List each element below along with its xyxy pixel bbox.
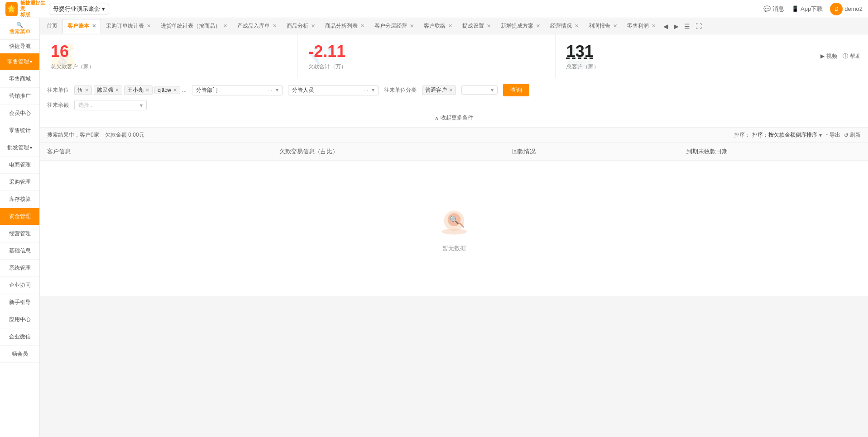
- unit-type-select[interactable]: ▾: [461, 86, 498, 95]
- chevron-down-icon: ▾: [30, 59, 32, 64]
- sidebar-item-retail-mall[interactable]: 零售商城: [0, 71, 39, 88]
- sidebar-item-finance[interactable]: 资金管理: [0, 208, 39, 225]
- tab-nav-prev[interactable]: ◀: [661, 21, 671, 32]
- tab-goods-receipt-stats[interactable]: 进货单统计表（按商品） ✕: [156, 19, 232, 33]
- sidebar-item-inventory[interactable]: 库存核算: [0, 191, 39, 208]
- brand-selector[interactable]: 母婴行业演示账套 ▾: [49, 4, 109, 14]
- sidebar-item-member-center[interactable]: 会员中心: [0, 105, 39, 122]
- stat-value-debt: -2.11: [308, 42, 544, 61]
- tab-home[interactable]: 首页: [42, 19, 62, 33]
- person-arrow-icon: ▾: [372, 87, 374, 93]
- top-bar-left: 🌟 畅捷通好生意 标版 母婴行业演示账套 ▾: [5, 0, 109, 18]
- export-btn[interactable]: ↑ 导出: [825, 131, 840, 139]
- sidebar-item-app-center[interactable]: 应用中心: [0, 311, 39, 328]
- tab-nav-menu[interactable]: ☰: [681, 21, 693, 32]
- tab-product-analysis[interactable]: 商品分析 ✕: [282, 19, 320, 33]
- stat-value-customers: 16: [51, 42, 286, 61]
- tab-close-icon[interactable]: ✕: [410, 23, 414, 29]
- tab-close-icon[interactable]: ✕: [147, 23, 151, 29]
- search-icon: 🔍: [16, 22, 23, 28]
- balance-filter[interactable]: 选择... ▾: [74, 100, 147, 110]
- tab-close-icon[interactable]: ✕: [575, 23, 579, 29]
- tab-close-icon[interactable]: ✕: [613, 23, 617, 29]
- sidebar-item-ecommerce[interactable]: 电商管理: [0, 157, 39, 174]
- sidebar-item-system[interactable]: 系统管理: [0, 260, 39, 277]
- query-button[interactable]: 查询: [503, 84, 529, 96]
- tab-business-status[interactable]: 经营情况 ✕: [545, 19, 584, 33]
- tab-bar: 首页 客户账本 ✕ 采购订单统计表 ✕ 进货单统计表（按商品） ✕ 产成品入库单…: [40, 18, 868, 34]
- col-debt-info: 欠款交易信息（占比）: [279, 147, 512, 156]
- sidebar-item-purchase[interactable]: 采购管理: [0, 174, 39, 191]
- app-download-btn[interactable]: 📱 App下载: [791, 5, 823, 13]
- help-btn[interactable]: ⓘ 帮助: [843, 52, 861, 60]
- unit-type-arrow-icon: ▾: [491, 87, 494, 93]
- sidebar-item-wholesale[interactable]: 批发管理 ▾: [0, 139, 39, 157]
- collapse-btn[interactable]: ∧ 收起更多条件: [435, 114, 473, 122]
- main-layout: 🔍 搜索菜单 快捷导航 零售管理 ▾ 零售商城 营销推广 会员中心 零售统计: [0, 18, 868, 437]
- result-actions: 排序： 排序：按欠款金额倒序排序 ▾ ↑ 导出 ↺ 刷新: [734, 131, 861, 139]
- tab-close-icon[interactable]: ✕: [487, 23, 491, 29]
- refresh-btn[interactable]: ↺ 刷新: [844, 131, 861, 139]
- sidebar-item-retail-stats[interactable]: 零售统计: [0, 122, 39, 139]
- tab-product-analysis-list[interactable]: 商品分析列表 ✕: [320, 19, 369, 33]
- sidebar-item-enterprise-collab[interactable]: 企业协同: [0, 277, 39, 294]
- message-btn[interactable]: 💬 消息: [763, 5, 784, 13]
- remove-tag-wu[interactable]: ✕: [85, 87, 89, 93]
- result-sort[interactable]: 排序： 排序：按欠款金额倒序排序 ▾: [734, 131, 822, 139]
- sidebar-item-enterprise-wechat[interactable]: 企业微信: [0, 328, 39, 346]
- dept-arrow-icon: ▾: [276, 87, 278, 93]
- tab-customer-ledger[interactable]: 客户账本 ✕: [62, 19, 101, 33]
- sidebar-item-newcomer[interactable]: 新手引导: [0, 294, 39, 311]
- sidebar-search[interactable]: 🔍 搜索菜单: [0, 18, 39, 40]
- remove-tag-common[interactable]: ✕: [449, 87, 453, 93]
- tab-close-icon[interactable]: ✕: [652, 23, 656, 29]
- tab-product-inbound[interactable]: 产成品入库单 ✕: [232, 19, 282, 33]
- user-profile[interactable]: D demo2: [830, 3, 863, 15]
- tab-close-icon[interactable]: ✕: [92, 23, 96, 29]
- unit-type-filter-label: 往来单位分类: [384, 86, 417, 94]
- stat-card-total-debt: 💎 -2.11 欠款合计（万）: [297, 34, 555, 78]
- tab-customer-tier[interactable]: 客户分层经营 ✕: [369, 19, 419, 33]
- tab-retail-profit[interactable]: 零售利润 ✕: [622, 19, 661, 33]
- sidebar-item-chang-member[interactable]: 畅会员: [0, 346, 39, 363]
- tab-close-icon[interactable]: ✕: [536, 23, 540, 29]
- tab-close-icon[interactable]: ✕: [360, 23, 364, 29]
- result-bar: 搜索结果中，客户0家 欠款金额 0.00元 排序： 排序：按欠款金额倒序排序 ▾…: [40, 128, 868, 143]
- stat-card-customers: 💰 16 总欠款客户（家）: [40, 34, 297, 78]
- tab-nav-next[interactable]: ▶: [671, 21, 681, 32]
- sidebar-item-operations[interactable]: 经营管理: [0, 225, 39, 242]
- content-area: 首页 客户账本 ✕ 采购订单统计表 ✕ 进货单统计表（按商品） ✕ 产成品入库单…: [40, 18, 868, 437]
- video-help-btn[interactable]: ▶ 视频: [820, 52, 837, 60]
- filter-row-1: 往来单位 伍 ✕ 陈民强 ✕ 王小亮: [47, 84, 861, 96]
- tab-fullscreen[interactable]: ⛶: [693, 21, 705, 32]
- sidebar-item-marketing[interactable]: 营销推广: [0, 88, 39, 105]
- stats-bar: 💰 16 总欠款客户（家） 💎 -2.11 欠款合计（万）: [40, 34, 868, 78]
- page-content: 💰 16 总欠款客户（家） 💎 -2.11 欠款合计（万）: [40, 34, 868, 437]
- unit-filter-more[interactable]: ...: [182, 87, 187, 93]
- tab-close-icon[interactable]: ✕: [273, 23, 277, 29]
- remove-tag-cjttcw[interactable]: ✕: [173, 87, 177, 93]
- svg-text:🔍: 🔍: [449, 215, 459, 225]
- tab-add-commission-plan[interactable]: 新增提成方案 ✕: [496, 19, 545, 33]
- col-due-date: 到期未收款日期: [686, 147, 861, 156]
- tab-purchase-order-stats[interactable]: 采购订单统计表 ✕: [101, 19, 156, 33]
- tab-close-icon[interactable]: ✕: [223, 23, 227, 29]
- top-bar: 🌟 畅捷通好生意 标版 母婴行业演示账套 ▾ 💬 消息 📱 App下载 D: [0, 0, 868, 18]
- tab-profit-report[interactable]: 利润报告 ✕: [584, 19, 622, 33]
- person-filter[interactable]: 分管人员 ··· ▾: [288, 85, 379, 95]
- tab-customer-contact[interactable]: 客户联络 ✕: [419, 19, 457, 33]
- table-header: 客户信息 欠款交易信息（占比） 回款情况 到期未收款日期: [40, 143, 868, 161]
- remove-tag-wang[interactable]: ✕: [145, 87, 149, 93]
- dept-filter[interactable]: 分管部门 ··· ▾: [192, 85, 283, 95]
- tab-close-icon[interactable]: ✕: [311, 23, 315, 29]
- sidebar-quick-nav[interactable]: 快捷导航: [0, 40, 39, 53]
- tab-commission-settings[interactable]: 提成设置 ✕: [457, 19, 496, 33]
- video-icon: ▶: [820, 53, 825, 59]
- top-bar-right: 💬 消息 📱 App下载 D demo2: [763, 3, 863, 15]
- remove-tag-chen[interactable]: ✕: [115, 87, 119, 93]
- balance-filter-label: 往来余额: [47, 101, 69, 109]
- sidebar-item-basic-info[interactable]: 基础信息: [0, 242, 39, 260]
- tab-close-icon[interactable]: ✕: [448, 23, 452, 29]
- sidebar-item-retail-management[interactable]: 零售管理 ▾: [0, 53, 39, 71]
- stat-label-customers: 总欠款客户（家）: [51, 63, 286, 71]
